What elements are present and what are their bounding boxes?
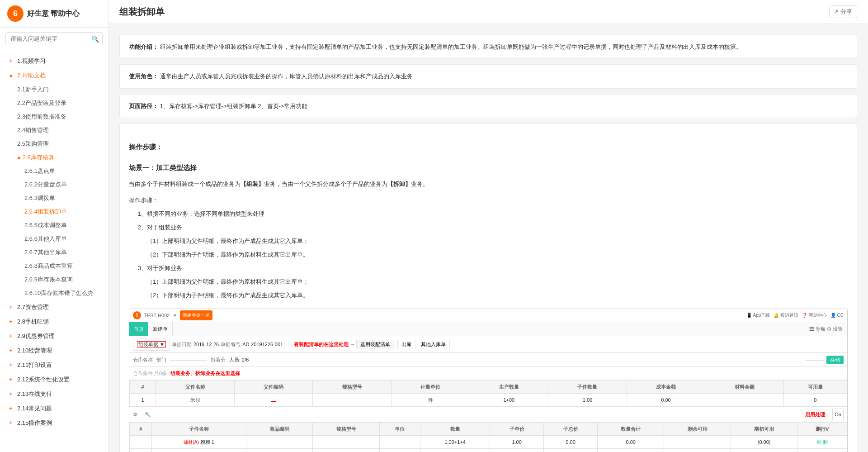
sidebar-item-print[interactable]: + 2.11打印设置 (0, 358, 108, 372)
sidebar-item-dataprep[interactable]: 2.3使用前数据准备 (0, 110, 108, 124)
new-doc-btn[interactable]: 新建单据一览 (180, 310, 212, 320)
share-button[interactable]: ↗ 分享 (829, 5, 857, 18)
lower-table-header: # 子件名称 商品编码 规格型号 单位 数量 子单价 子总价 数量合计 剩余 (130, 423, 847, 436)
upper-table-area: # 父件名称 父件编码 规格型号 计量单位 生产数量 子件数量 成本金额 材料金… (129, 380, 847, 407)
col-parent-code: 父件编码 (234, 381, 313, 394)
lower-table-row-1: 铺材(A) 赖赖 1 1.00+1+4 1.00 0.00 0.00 (130, 436, 847, 449)
sidebar-item-cases[interactable]: + 2.15操作案例 (0, 416, 108, 430)
sidebar-item-install[interactable]: 2.2产品安装及登录 (0, 96, 108, 110)
lrow1-qtytotal: 0.00 (598, 436, 664, 449)
form-deptno-input[interactable] (170, 359, 207, 361)
lcol-price: 子单价 (490, 423, 544, 436)
logo-icon: 6 (7, 5, 24, 22)
sidebar-item-purchase[interactable]: 2.5采购管理 (0, 137, 108, 151)
sidebar: 6 好生意 帮助中心 🔍 + 1.视频学习 ● 2.帮助文档 2.1新手入门 2… (0, 0, 108, 452)
sidebar-item-transfer[interactable]: 2.6.3调拨单 (0, 191, 108, 205)
sidebar-item-operation[interactable]: + 2.10经营管理 (0, 343, 108, 358)
annotation3-text: 启用处理 (805, 409, 825, 419)
form-warehouse-label: 仓库名称 (133, 355, 153, 365)
annotation1-arrow: → (350, 342, 355, 347)
lrow1-name: 铺材(A) 赖赖 1 (152, 436, 246, 449)
btn-select-bom[interactable]: 选用装配清单 (356, 340, 394, 349)
annotation2-row: 合作条件 共0条 组装业务、拆卸业务在这里选择 (129, 367, 847, 380)
sidebar-item-stockbookerr[interactable]: 2.6.10库存账本错了怎么办 (0, 286, 108, 300)
lrow1-action[interactable]: 剩 删 (797, 436, 847, 449)
sidebar-item-partcount[interactable]: 2.6.2分量盘点单 (0, 178, 108, 191)
col-material: 材料金额 (705, 381, 784, 394)
table-row: 1 米尔 件 1+00 1.00 0.00 (130, 394, 847, 407)
sidebar-item-helpdoc[interactable]: ● 2.帮助文档 (0, 68, 108, 83)
plus-icon-7: + (7, 362, 14, 369)
sidebar-item-costrecount[interactable]: 2.6.8商品成本重算 (0, 259, 108, 273)
cell-unit: 件 (391, 394, 470, 407)
lrow2-action[interactable]: 剩 删 (797, 449, 847, 452)
titlebar-separator: ▼ (172, 310, 177, 320)
lrow2-code (246, 449, 312, 452)
lcol-qty: 数量 (420, 423, 490, 436)
lower-table-area: # 子件名称 商品编码 规格型号 单位 数量 子单价 子总价 数量合计 剩余 (129, 422, 847, 452)
toolbar-btn-doctype[interactable]: 组装单据 ▼ (133, 338, 170, 351)
func-intro-label: 功能介绍： (129, 43, 158, 50)
path-text: 1、库存核算->库存管理->组装拆卸单 2、首页->常用功能 (160, 103, 308, 109)
annotation1-area: 有装配清单的在这里处理 → 选用装配清单 出库 其他入库单 (294, 339, 450, 349)
sidebar-item-newuser[interactable]: 2.1新手入门 (0, 83, 108, 96)
sidebar-item-payment[interactable]: + 2.13在线支付 (0, 387, 108, 401)
app-icon-1: 📱 App下载 (746, 311, 770, 320)
lrow1-remain (664, 436, 731, 449)
share-icon: ↗ (834, 9, 839, 15)
role-text: 通常由生产人员或库管人员完成拆装业务的操作，库管人员确认原材料的出库和产成品的入… (160, 73, 413, 80)
lcol-init: 期初可用 (731, 423, 797, 436)
form-remarks[interactable] (806, 359, 825, 361)
on-toggle[interactable]: On (832, 409, 844, 420)
sidebar-item-customization[interactable]: + 2.12系统个性化设置 (0, 372, 108, 387)
plus-icon-4: + (7, 318, 14, 325)
sidebar-item-otherinbound[interactable]: 2.6.6其他入库单 (0, 232, 108, 246)
btn-save[interactable]: 存储 (826, 356, 844, 364)
sidebar-item-mobile[interactable]: + 2.8手机旺铺 (0, 314, 108, 329)
search-button[interactable]: 🔍 (91, 35, 99, 43)
lrow2-qtytotal (598, 449, 664, 452)
lrow1-init: (0.00) (731, 436, 797, 449)
cell-spec (313, 394, 392, 407)
sidebar-item-costadjust[interactable]: 2.6.5成本调整单 (0, 219, 108, 232)
page-title: 组装拆卸单 (119, 6, 165, 18)
plus-icon-6: + (7, 347, 14, 354)
role-box: 使用角色： 通常由生产人员或库管人员完成拆装业务的操作，库管人员确认原材料的出库… (119, 64, 857, 88)
cell-material (705, 394, 784, 407)
sidebar-item-finance[interactable]: + 2.7资金管理 (0, 300, 108, 314)
sidebar-item-otheroutbound[interactable]: 2.6.7其他出库单 (0, 246, 108, 259)
lrow2-name: 赖赖 2 (152, 449, 246, 452)
ops-label: 操作步骤： (129, 140, 848, 154)
scene1-label: 场景一：加工类型选择 (129, 161, 848, 175)
sidebar-item-assembly[interactable]: 2.6.4组装拆卸单 (0, 205, 108, 219)
sidebar-item-stockbook[interactable]: 2.6.9库存账本查询 (0, 273, 108, 286)
sidebar-item-coupon[interactable]: + 2.9优惠券管理 (0, 329, 108, 343)
toolbar-docno-label: 单据编号 (221, 339, 241, 349)
btn-inbound[interactable]: 其他入库单 (417, 340, 450, 349)
sidebar-item-stockcount[interactable]: 2.6.1盘点单 (0, 164, 108, 178)
main-panel: 组装拆卸单 ↗ 分享 功能介绍： 组装拆卸单用来处理企业组装或拆卸等加工业务，支… (108, 0, 868, 452)
lrow2-remain (664, 449, 731, 452)
sidebar-item-inventory[interactable]: ● 2.6库存核算 (0, 151, 108, 164)
code-input[interactable] (271, 401, 276, 402)
cell-child-qty: 1.00 (548, 394, 627, 407)
logo-area: 6 好生意 帮助中心 (0, 0, 108, 28)
lcol-code: 商品编码 (246, 423, 312, 436)
row-count: 合作条件 共0条 (133, 368, 167, 378)
lcol-spec: 规格型号 (313, 423, 379, 436)
doctype-select[interactable]: 组装单据 ▼ (137, 341, 166, 347)
app-tab-home[interactable]: 首页 (129, 322, 148, 336)
col-child-qty: 子件数量 (548, 381, 627, 394)
func-intro-text: 组装拆卸单用来处理企业组装或拆卸等加工业务，支持有固定装配清单的产品加工业务，也… (160, 43, 742, 50)
plus-icon-5: + (7, 333, 14, 340)
sidebar-item-faq[interactable]: + 2.14常见问题 (0, 401, 108, 416)
toolbar-docno: AD-20191226-001 (242, 339, 283, 349)
role-label: 使用角色： (129, 73, 158, 80)
btn-other[interactable]: 出库 (397, 340, 415, 349)
app-tab-new[interactable]: 新建单 (148, 322, 173, 336)
search-input[interactable] (5, 32, 103, 45)
lcol-action: 删行V (797, 423, 847, 436)
form-deptno-label: 部门 (156, 355, 166, 365)
sidebar-item-video[interactable]: + 1.视频学习 (0, 54, 108, 68)
sidebar-item-sales[interactable]: 2.4销售管理 (0, 124, 108, 137)
